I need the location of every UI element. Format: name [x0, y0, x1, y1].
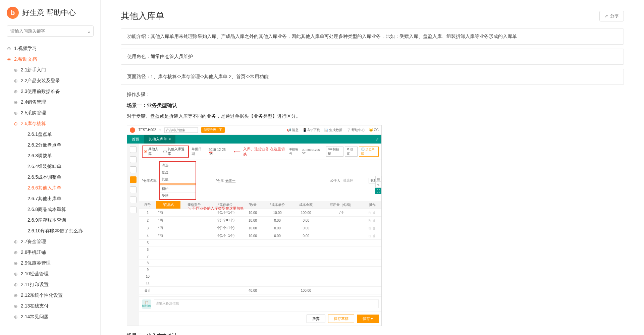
avatar-icon: 🐱 CC [369, 128, 379, 132]
lb-icon-3 [130, 166, 137, 173]
site-title: 好生意 帮助中心 [22, 8, 76, 18]
nav-label: 2.8手机旺铺 [21, 249, 46, 256]
nav-2-6-9[interactable]: ⊕2.6.9库存账本查询 [7, 215, 94, 226]
func-label: 功能介绍： [127, 34, 151, 39]
nav-2-6-4[interactable]: ⊕2.6.4组装拆卸单 [7, 161, 94, 172]
handler-label: 经手人 [330, 178, 340, 183]
table-row: 7 [139, 253, 381, 260]
plus-icon: ⊕ [7, 46, 11, 51]
radio-icon [144, 150, 147, 153]
copy-icon: ⎘ [369, 234, 371, 238]
nav-2-6-2[interactable]: ⊕2.6.2分量盘点单 [7, 140, 94, 151]
nav-2-6-10[interactable]: ⊕2.6.10库存账本错了怎么办 [7, 226, 94, 236]
lb-icon-2 [130, 156, 137, 163]
dd-item [160, 183, 196, 185]
nav-2-6-8[interactable]: ⊕2.6.8商品成本重算 [7, 204, 94, 215]
nav-label: 2.3使用前数据准备 [21, 89, 60, 95]
page-title: 其他入库单 [121, 10, 164, 22]
plus-icon: ⊕ [13, 111, 18, 115]
nav-2-6-1[interactable]: ⊕2.6.1盘点单 [7, 129, 94, 140]
nav-2-3[interactable]: ⊕2.3使用前数据准备 [7, 86, 94, 97]
share-icon: ↗ [604, 13, 608, 18]
info-path: 页面路径：1、库存核算->库存管理->其他入库单 2、首页->常用功能 [121, 69, 624, 85]
logo-area: b 好生意 帮助中心 [7, 7, 94, 19]
nav-label: 2.帮助文档 [14, 56, 37, 62]
nav-video[interactable]: ⊕1.视频学习 [7, 43, 94, 54]
nav-2-5[interactable]: ⊕2.5采购管理 [7, 108, 94, 118]
mock-buttons: 放弃 保存草稿 保存 ▾ [139, 312, 381, 326]
close-icon: × [169, 137, 171, 141]
nav-2-6-7[interactable]: ⊕2.6.7其他出库单 [7, 193, 94, 204]
search-icon[interactable]: ⌕ [88, 29, 90, 34]
nav-label: 2.6.9库存账本查询 [28, 217, 66, 223]
nav-2-10[interactable]: ⊕2.10经营管理 [7, 269, 94, 279]
mock-filter-row: *仓库名称 请选 盘盈 其他 初始 受赠 [139, 160, 381, 201]
nav-2-11[interactable]: ⊕2.11打印设置 [7, 279, 94, 290]
mock-table: 序号 *商品名 规格型号 *库存单位 *数量 *成本单价 成本金额 可用量（勾稽… [139, 201, 381, 294]
wh-field: *仓库 仓库一 [216, 178, 235, 183]
btn-discard: 放弃 [307, 315, 325, 323]
nav-2-13[interactable]: ⊕2.13在线支付 [7, 301, 94, 312]
nav-label: 2.7资金管理 [21, 239, 46, 245]
nav-2-6-5[interactable]: ⊕2.6.5成本调整单 [7, 172, 94, 183]
logo-icon: b [7, 7, 19, 19]
nav-2-8[interactable]: ⊕2.8手机旺铺 [7, 247, 94, 258]
nav-2-4[interactable]: ⊕2.4销售管理 [7, 97, 94, 108]
lb-icon-7 [130, 207, 137, 213]
nav-label: 2.6.6其他入库单 [28, 185, 61, 191]
wh-label: *仓库名称 [142, 178, 157, 183]
steps-label: 操作步骤： [127, 92, 618, 98]
docno: JC-20191226-001 [302, 148, 325, 155]
search-input[interactable] [7, 25, 94, 37]
nav-2-14[interactable]: ⊕2.14常见问题 [7, 312, 94, 322]
nav-label: 2.14常见问题 [21, 314, 49, 320]
minus-icon: ⊖ [13, 121, 18, 126]
nav-label: 2.6.10库存账本错了怎么办 [28, 228, 83, 234]
nav-2-6[interactable]: ⊖2.6库存核算 [7, 118, 94, 129]
date-label: 单据日期 [192, 147, 204, 156]
biztype-dropdown: 请选 盘盈 其他 初始 受赠 [159, 161, 196, 200]
th-no: 序号 [139, 201, 156, 209]
th-cost: *成本单价 [263, 201, 292, 209]
plus-icon: ⊕ [13, 239, 18, 244]
plus-icon: ⊕ [13, 261, 18, 266]
info-function: 功能介绍：其他入库单用来处理除采购入库、产成品入库之外的其他入库业务，因此其他入… [121, 29, 624, 45]
nav-2-9[interactable]: ⊕2.9优惠券管理 [7, 258, 94, 269]
plus-icon: ⊕ [13, 304, 18, 309]
expand-icon: ⤢ [373, 135, 381, 144]
th-amt: 成本金额 [292, 201, 320, 209]
main-content: 其他入库单 ↗分享 功能介绍：其他入库单用来处理除采购入库、产成品入库之外的其他… [101, 0, 644, 335]
delete-icon: 🗑 [373, 219, 376, 222]
toolbar-right: 单据编号 JC-20191226-001 ⌨ 快捷键 ⚙ 设置 🕐 历史单据 [289, 147, 379, 157]
docno-label: 单据编号 [289, 147, 301, 156]
remark-row: 📋备注信息 请输入备注信息 [139, 296, 381, 312]
table-row: 3*商个(1个=1个)10.000.000.00⎘🗑 [139, 224, 381, 232]
nav-label: 2.2产品安装及登录 [21, 78, 60, 84]
nav-label: 2.9优惠券管理 [21, 260, 51, 266]
nav-help-docs[interactable]: ⊖2.帮助文档 [7, 54, 94, 65]
nav-2-1[interactable]: ⊕2.1新手入门 [7, 65, 94, 75]
dd-head: 请选 [160, 162, 196, 169]
type-switch-box: 其他入库 其他入库退库 [142, 146, 189, 158]
delete-icon: 🗑 [373, 226, 376, 230]
title-row: 其他入库单 ↗分享 [121, 10, 624, 22]
btn-draft: 保存草稿 [328, 315, 354, 323]
search-box: ⌕ [7, 25, 94, 37]
sum-row: 合计40.00100.00 [139, 287, 381, 294]
minus-icon: ⊖ [7, 57, 11, 62]
sidebar: b 好生意 帮助中心 ⌕ ⊕1.视频学习 ⊖2.帮助文档 ⊕2.1新手入门 ⊕2… [0, 0, 101, 335]
nav-2-6-6[interactable]: ⊕2.6.6其他入库单 [7, 183, 94, 193]
radio-return: 其他入库退库 [163, 147, 186, 156]
tb-settings: ⚙ 设置 [345, 147, 358, 157]
nav-2-7[interactable]: ⊕2.7资金管理 [7, 236, 94, 247]
remark-icon: 📋备注信息 [142, 299, 151, 309]
nav-2-2[interactable]: ⊕2.2产品安装及登录 [7, 75, 94, 86]
share-button[interactable]: ↗分享 [599, 11, 624, 21]
nav-2-12[interactable]: ⊕2.12系统个性化设置 [7, 290, 94, 301]
mock-company: TEST-H002 [139, 128, 156, 132]
side-icon-1: ▦ [375, 176, 381, 182]
dd-item: 其他 [160, 176, 196, 183]
table-row: 9 [139, 267, 381, 273]
copy-icon: ⎘ [369, 219, 371, 222]
nav-2-6-3[interactable]: ⊕2.6.3调拨单 [7, 151, 94, 161]
